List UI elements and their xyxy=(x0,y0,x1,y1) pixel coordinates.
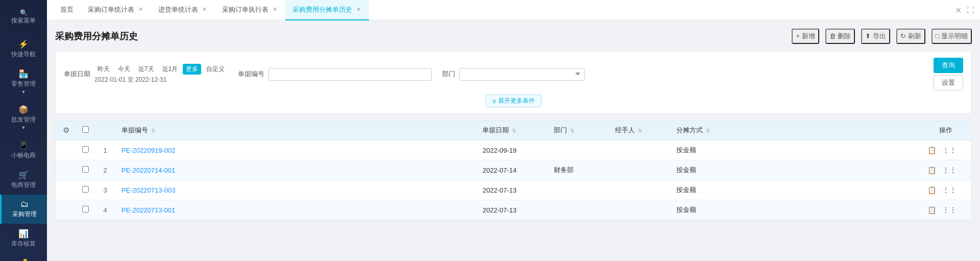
tab-home[interactable]: 首页 xyxy=(53,0,81,20)
date-btn-7days[interactable]: 近7天 xyxy=(135,64,157,75)
cell-checkbox-3[interactable] xyxy=(76,200,95,220)
docno-input[interactable] xyxy=(268,68,432,81)
main-area: 首页 采购订单统计表 ✕ 进货单统计表 ✕ 采购订单执行表 ✕ 采购费用分摊单历… xyxy=(47,0,980,261)
page-title: 采购费用分摊单历史 xyxy=(55,30,138,42)
add-button[interactable]: + 新增 xyxy=(792,29,819,44)
sidebar-item-inventory[interactable]: 📊 库存核算 xyxy=(0,224,47,253)
action-more-1[interactable]: ⋮⋮ xyxy=(941,165,958,175)
mini-ecommerce-icon: 📱 xyxy=(18,140,29,150)
expand-conditions-button[interactable]: ∨ 展开更多条件 xyxy=(485,94,542,107)
table-row: 2 PE-20220714-001 2022-07-14 财务部 按金额 📋 ⋮… xyxy=(56,160,971,180)
sidebar-item-wholesale-label: 批发管理 xyxy=(11,115,36,124)
action-edit-3[interactable]: 📋 xyxy=(926,205,937,215)
tab-purchase-cost-history[interactable]: 采购费用分摊单历史 ✕ xyxy=(285,0,369,20)
row-checkbox-2[interactable] xyxy=(82,186,89,193)
cell-settings-2 xyxy=(56,180,76,200)
col-handler-label: 经手人 xyxy=(615,126,635,134)
col-date-header[interactable]: 单据日期 ⇅ xyxy=(476,121,548,140)
sidebar-item-mini-ecommerce[interactable]: 📱 小畅电商 xyxy=(0,135,47,165)
query-button[interactable]: 查询 xyxy=(934,58,963,73)
action-edit-1[interactable]: 📋 xyxy=(926,165,937,175)
docno-link-0[interactable]: PE-20220919-002 xyxy=(121,147,176,154)
cell-dept-2 xyxy=(548,180,609,200)
cell-docno-0[interactable]: PE-20220919-002 xyxy=(115,140,476,160)
action-more-2[interactable]: ⋮⋮ xyxy=(941,185,958,195)
display-label: □ 显示明细 xyxy=(936,32,968,41)
sidebar-item-purchase[interactable]: 🗂 采购管理 xyxy=(0,195,47,224)
col-handler-header[interactable]: 经手人 ⇅ xyxy=(609,121,670,140)
docno-link-2[interactable]: PE-20220713-003 xyxy=(121,186,176,194)
select-all-checkbox[interactable] xyxy=(82,126,89,133)
tab-fullscreen-icon[interactable]: ⛶ xyxy=(967,6,974,14)
sidebar-item-ecommerce[interactable]: 🛒 电商管理 xyxy=(0,165,47,195)
tab-import-stats-label: 进货单统计表 xyxy=(158,5,198,14)
cell-dept-1: 财务部 xyxy=(548,160,609,180)
filter-item-date: 单据日期 昨天 今天 近7天 近1月 更多 自定义 2022-01-01 至 2… xyxy=(64,64,228,84)
tab-import-stats-close[interactable]: ✕ xyxy=(201,6,208,13)
action-more-0[interactable]: ⋮⋮ xyxy=(941,145,958,155)
filter-area: 单据日期 昨天 今天 近7天 近1月 更多 自定义 2022-01-01 至 2… xyxy=(55,51,972,114)
tab-purchase-order-stats-close[interactable]: ✕ xyxy=(137,6,144,13)
sidebar-search[interactable]: 🔍 搜索菜单 xyxy=(0,4,47,30)
cell-date-3: 2022-07-13 xyxy=(476,200,548,220)
action-edit-2[interactable]: 📋 xyxy=(926,185,937,195)
cell-date-1: 2022-07-14 xyxy=(476,160,548,180)
sidebar-item-retail-label: 零售管理 xyxy=(11,80,36,88)
col-settings[interactable]: ⚙ xyxy=(56,121,76,140)
action-edit-0[interactable]: 📋 xyxy=(926,145,937,155)
action-cell-0: 📋 ⋮⋮ xyxy=(926,145,965,155)
date-btn-1month[interactable]: 近1月 xyxy=(159,64,181,75)
tab-purchase-cost-history-close[interactable]: ✕ xyxy=(355,6,362,13)
cell-docno-2[interactable]: PE-20220713-003 xyxy=(115,180,476,200)
row-checkbox-0[interactable] xyxy=(82,146,89,153)
date-btn-more[interactable]: 更多 xyxy=(183,64,201,75)
cell-settings-0 xyxy=(56,140,76,160)
date-btn-yesterday[interactable]: 昨天 xyxy=(94,64,113,75)
col-handler-sort-icon: ⇅ xyxy=(638,128,642,133)
delete-label: 🗑 删除 xyxy=(829,32,851,41)
col-docno-header[interactable]: 单据编号 ⇅ xyxy=(115,121,476,140)
refresh-button[interactable]: ↻ 刷新 xyxy=(896,29,925,44)
cell-checkbox-1[interactable] xyxy=(76,160,95,180)
dept-select[interactable]: 财务部 xyxy=(459,68,585,81)
sidebar-item-purchase-label: 采购管理 xyxy=(12,210,37,219)
finance-icon: 💰 xyxy=(18,258,29,261)
date-btn-today[interactable]: 今天 xyxy=(115,64,133,75)
sidebar-item-quicknav[interactable]: ⚡ 快捷导航 xyxy=(0,34,47,64)
row-checkbox-1[interactable] xyxy=(82,166,89,173)
sidebar-item-retail[interactable]: 🏪 零售管理 ▼ xyxy=(0,64,47,100)
inventory-icon: 📊 xyxy=(18,229,29,239)
sidebar-item-wholesale[interactable]: 📦 批发管理 ▼ xyxy=(0,100,47,135)
delete-button[interactable]: 🗑 删除 xyxy=(825,29,855,44)
date-range-display: 2022-01-01 至 2022-12-31 xyxy=(94,76,228,84)
settings-icon: ⚙ xyxy=(63,126,69,134)
cell-docno-1[interactable]: PE-20220714-001 xyxy=(115,160,476,180)
add-label: + 新增 xyxy=(796,32,815,41)
settings-button[interactable]: 设置 xyxy=(934,75,963,90)
tab-import-stats[interactable]: 进货单统计表 ✕ xyxy=(151,0,215,20)
docno-link-3[interactable]: PE-20220713-001 xyxy=(121,206,176,214)
tab-purchase-order-stats[interactable]: 采购订单统计表 ✕ xyxy=(81,0,151,20)
sidebar: 🔍 搜索菜单 ⚡ 快捷导航 🏪 零售管理 ▼ 📦 批发管理 ▼ 📱 小畅电商 🛒… xyxy=(0,0,47,261)
sidebar-item-finance[interactable]: 💰 资金管理 xyxy=(0,253,47,261)
cell-checkbox-0[interactable] xyxy=(76,140,95,160)
tab-purchase-order-exec-close[interactable]: ✕ xyxy=(272,6,278,13)
date-btn-custom[interactable]: 自定义 xyxy=(203,64,228,75)
toolbar: + 新增 🗑 删除 ⬆ 导出 ↻ 刷新 □ 显示明细 xyxy=(792,29,972,44)
col-dept-header[interactable]: 部门 ⇅ xyxy=(548,121,609,140)
action-more-3[interactable]: ⋮⋮ xyxy=(941,205,958,215)
quicknav-icon: ⚡ xyxy=(18,39,29,49)
col-splitmethod-header[interactable]: 分摊方式 ⇅ xyxy=(670,121,920,140)
display-detail-button[interactable]: □ 显示明细 xyxy=(932,29,972,44)
cell-date-2: 2022-07-13 xyxy=(476,180,548,200)
cell-actions-0: 📋 ⋮⋮ xyxy=(920,140,971,160)
cell-checkbox-2[interactable] xyxy=(76,180,95,200)
cell-docno-3[interactable]: PE-20220713-001 xyxy=(115,200,476,220)
tab-purchase-cost-history-label: 采购费用分摊单历史 xyxy=(292,5,352,14)
export-button[interactable]: ⬆ 导出 xyxy=(861,29,890,44)
docno-link-1[interactable]: PE-20220714-001 xyxy=(121,167,176,174)
tab-purchase-order-exec[interactable]: 采购订单执行表 ✕ xyxy=(215,0,285,20)
tab-close-all-icon[interactable]: ✕ xyxy=(955,6,962,14)
col-checkbox-header[interactable] xyxy=(76,121,95,140)
row-checkbox-3[interactable] xyxy=(82,206,89,212)
